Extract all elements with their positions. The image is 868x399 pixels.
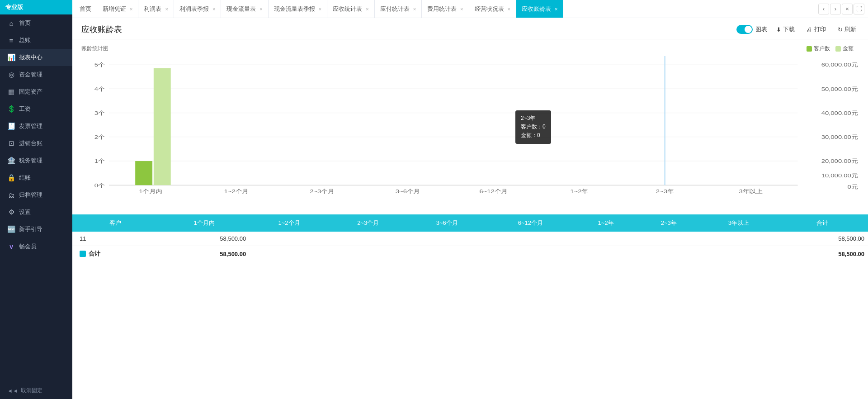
svg-text:50,000.00元: 50,000.00元 [821,86,858,92]
col-m6: 1~2年 [575,214,637,232]
sidebar-item-tax[interactable]: 🏦 税务管理 [0,152,72,169]
content-area: 应收账龄表 图表 ⬇ 下载 🖨 打印 ↻ 刷新 [72,18,868,399]
col-m2: 1~2个月 [250,214,329,232]
tab-biz-status-label: 经营状况表 [475,5,504,13]
cell-m4 [407,232,486,246]
tab-home[interactable]: 首页 [74,0,97,18]
tab-next-button[interactable]: › [830,4,841,14]
tab-ar-stat-close[interactable]: × [366,6,368,12]
toggle-track[interactable] [736,25,753,34]
cell-total: 58,500.00 [777,232,868,246]
table-row: 11 58,500.00 58,500.00 [72,232,868,246]
sidebar-label-closing: 结账 [19,174,31,182]
tab-expense[interactable]: 费用统计表 × [422,0,469,18]
col-m1: 1个月内 [159,214,250,232]
sidebar-item-inventory[interactable]: ⊡ 进销台账 [0,135,72,152]
tab-profit[interactable]: 利润表 × [138,0,174,18]
print-label: 打印 [814,25,826,33]
legend-customer: 客户数 [807,45,830,52]
footer-total: 58,500.00 [777,246,868,262]
chart-title: 账龄统计图 [81,45,859,52]
sidebar-label-assets: 固定资产 [19,88,42,96]
tab-prev-button[interactable]: ‹ [818,4,829,14]
tab-voucher-close[interactable]: × [130,6,132,12]
chart-section: 账龄统计图 客户数 金额 5个 4个 3个 2个 1个 [72,39,868,211]
unpin-label: 取消固定 [21,387,42,394]
tab-cashflow-q[interactable]: 现金流量表季报 × [269,0,327,18]
chart-toggle[interactable]: 图表 [736,25,767,34]
unpin-button[interactable]: ◄◄ 取消固定 [0,382,72,399]
svg-text:2个: 2个 [94,134,105,140]
sidebar-label-salary: 工资 [19,105,31,113]
tab-ar-aging-close[interactable]: × [555,6,557,12]
tab-ar-stat[interactable]: 应收统计表 × [327,0,374,18]
page-title: 应收账龄表 [81,24,122,35]
sidebar-label-tax: 税务管理 [19,157,42,165]
refresh-label: 刷新 [844,25,856,33]
tab-biz-status-close[interactable]: × [508,6,510,12]
reports-icon: 📊 [7,53,15,62]
sidebar-item-archive[interactable]: 🗂 归档管理 [0,186,72,204]
legend-customer-label: 客户数 [814,45,830,52]
sidebar-item-assets[interactable]: ▦ 固定资产 [0,83,72,100]
col-m4: 3~6个月 [407,214,486,232]
sidebar-item-vip[interactable]: V 畅会员 [0,238,72,255]
svg-text:0元: 0元 [848,184,858,190]
col-total: 合计 [777,214,868,232]
sidebar-item-funds[interactable]: ◎ 资金管理 [0,66,72,83]
print-icon: 🖨 [807,26,812,33]
assets-icon: ▦ [7,88,15,96]
tab-cashflow-q-close[interactable]: × [319,6,321,12]
tab-profit-q[interactable]: 利润表季报 × [174,0,221,18]
legend-amount-label: 金额 [843,45,854,52]
sidebar-item-ledger[interactable]: ≡ 总账 [0,32,72,49]
inventory-icon: ⊡ [7,139,15,147]
tab-biz-status[interactable]: 经营状况表 × [469,0,516,18]
sidebar-item-settings[interactable]: ⚙ 设置 [0,204,72,221]
footer-m3 [329,246,408,262]
tab-profit-close[interactable]: × [165,6,168,12]
sidebar-item-guide[interactable]: 🆕 新手引导 [0,221,72,238]
tab-expense-close[interactable]: × [460,6,463,12]
tab-ap-stat[interactable]: 应付统计表 × [375,0,422,18]
col-m3: 2~3个月 [329,214,408,232]
svg-text:3个: 3个 [94,110,105,116]
footer-label-text: 合计 [89,250,100,258]
col-customer: 客户 [72,214,159,232]
sidebar-item-closing[interactable]: 🔒 结账 [0,169,72,186]
download-button[interactable]: ⬇ 下载 [774,24,797,35]
cell-customer: 11 [72,232,159,246]
sidebar-label-guide: 新手引导 [19,225,42,233]
total-icon [80,251,86,257]
footer-m8 [700,246,777,262]
toggle-thumb [745,26,752,33]
sidebar-item-home[interactable]: ⌂ 首页 [0,14,72,32]
print-button[interactable]: 🖨 打印 [804,24,829,35]
sidebar-item-salary[interactable]: 💲 工资 [0,100,72,118]
sidebar-item-invoice[interactable]: 🧾 发票管理 [0,118,72,135]
tab-close-all-button[interactable]: × [842,4,853,14]
sidebar-label-funds: 资金管理 [19,71,42,79]
tab-cashflow[interactable]: 现金流量表 × [221,0,268,18]
tab-voucher[interactable]: 新增凭证 × [97,0,138,18]
tab-profit-q-close[interactable]: × [212,6,215,12]
svg-text:2~3年: 2~3年 [656,189,674,195]
tab-ap-stat-close[interactable]: × [413,6,416,12]
tab-cashflow-close[interactable]: × [259,6,262,12]
sidebar-label-archive: 归档管理 [19,191,42,199]
footer-m5 [486,246,574,262]
cell-m2 [250,232,329,246]
sidebar-item-reports[interactable]: 📊 报表中心 [0,49,72,66]
sidebar: 专业版 ⌂ 首页 ≡ 总账 📊 报表中心 ◎ 资金管理 ▦ 固定资产 💲 工资 … [0,0,72,399]
col-m7: 2~3年 [637,214,700,232]
tab-bar: 首页 新增凭证 × 利润表 × 利润表季报 × 现金流量表 × 现金流量表季报 … [72,0,868,18]
refresh-button[interactable]: ↻ 刷新 [835,24,859,35]
tab-expand-button[interactable]: ⛶ [854,4,864,14]
cell-m7 [637,232,700,246]
salary-icon: 💲 [7,105,15,113]
svg-text:1个月内: 1个月内 [139,189,162,195]
col-m5: 6~12个月 [486,214,574,232]
tab-ar-aging[interactable]: 应收账龄表 × [516,0,563,18]
svg-text:6~12个月: 6~12个月 [479,189,507,195]
svg-text:4个: 4个 [94,86,105,92]
